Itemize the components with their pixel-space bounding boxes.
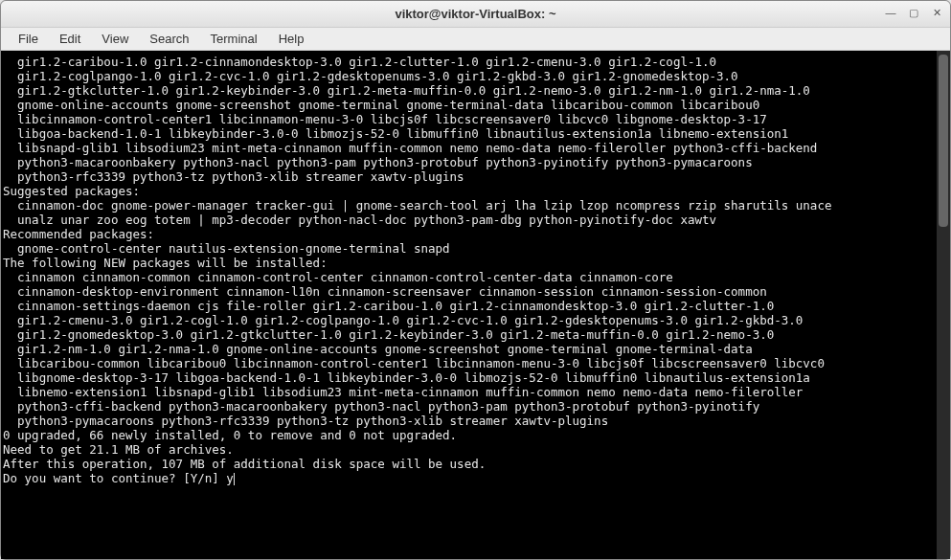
terminal-line: libgnome-desktop-3-17 libgoa-backend-1.0… xyxy=(3,370,810,385)
terminal-line: python3-macaroonbakery python3-nacl pyth… xyxy=(3,155,753,169)
terminal-line: gir1.2-cmenu-3.0 gir1.2-cogl-1.0 gir1.2-… xyxy=(3,313,803,327)
terminal-line: python3-cffi-backend python3-macaroonbak… xyxy=(3,399,759,414)
terminal-line: libgoa-backend-1.0-1 libkeybinder-3.0-0 … xyxy=(3,126,788,141)
menu-file[interactable]: File xyxy=(9,30,48,48)
maximize-button[interactable]: ▢ xyxy=(906,5,921,20)
terminal-line: The following NEW packages will be insta… xyxy=(3,256,328,270)
terminal-line: gir1.2-gnomedesktop-3.0 gir1.2-gtkclutte… xyxy=(3,327,774,342)
menu-help[interactable]: Help xyxy=(269,30,314,48)
scrollbar-thumb[interactable] xyxy=(939,55,948,227)
terminal-line: gir1.2-caribou-1.0 gir1.2-cinnamondeskto… xyxy=(3,55,716,69)
window-title: viktor@viktor-VirtualBox: ~ xyxy=(1,7,950,21)
terminal-line: libnemo-extension1 libsnapd-glib1 libsod… xyxy=(3,385,803,399)
terminal-line: Recommended packages: xyxy=(3,227,154,241)
terminal-output[interactable]: gir1.2-caribou-1.0 gir1.2-cinnamondeskto… xyxy=(1,51,937,559)
terminal-line: python3-pymacaroons python3-rfc3339 pyth… xyxy=(3,414,608,428)
menu-search[interactable]: Search xyxy=(140,30,198,48)
terminal-line: libcinnamon-control-center1 libcinnamon-… xyxy=(3,112,767,126)
menu-terminal[interactable]: Terminal xyxy=(201,30,267,48)
terminal-line: 0 upgraded, 66 newly installed, 0 to rem… xyxy=(3,428,457,442)
menu-view[interactable]: View xyxy=(92,30,138,48)
terminal-line: gnome-online-accounts gnome-screenshot g… xyxy=(3,98,759,112)
menubar: File Edit View Search Terminal Help xyxy=(1,28,950,51)
terminal-line: gnome-control-center nautilus-extension-… xyxy=(3,241,450,256)
terminal-line: python3-rfc3339 python3-tz python3-xlib … xyxy=(3,169,464,184)
terminal-line: Need to get 21.1 MB of archives. xyxy=(3,442,234,457)
terminal-line: cinnamon-settings-daemon cjs file-roller… xyxy=(3,299,774,313)
terminal-area: gir1.2-caribou-1.0 gir1.2-cinnamondeskto… xyxy=(1,51,950,559)
terminal-line: libsnapd-glib1 libsodium23 mint-meta-cin… xyxy=(3,141,817,155)
close-button[interactable]: ✕ xyxy=(929,5,944,20)
terminal-line: Suggested packages: xyxy=(3,184,140,198)
terminal-line: cinnamon cinnamon-common cinnamon-contro… xyxy=(3,270,673,284)
terminal-line: gir1.2-gtkclutter-1.0 gir1.2-keybinder-3… xyxy=(3,83,810,98)
terminal-line: gir1.2-nm-1.0 gir1.2-nma-1.0 gnome-onlin… xyxy=(3,342,753,356)
terminal-line: libcaribou-common libcaribou0 libcinnamo… xyxy=(3,356,825,370)
menu-edit[interactable]: Edit xyxy=(50,30,90,48)
terminal-line: cinnamon-doc gnome-power-manager tracker… xyxy=(3,198,831,213)
scrollbar[interactable] xyxy=(937,51,950,559)
terminal-line: Do you want to continue? [Y/n] y xyxy=(3,471,234,485)
terminal-line: gir1.2-coglpango-1.0 gir1.2-cvc-1.0 gir1… xyxy=(3,69,738,83)
terminal-line: unalz unar zoo eog totem | mp3-decoder p… xyxy=(3,213,716,227)
window-controls: — ▢ ✕ xyxy=(883,5,944,20)
terminal-line: cinnamon-desktop-environment cinnamon-l1… xyxy=(3,284,767,299)
terminal-window: viktor@viktor-VirtualBox: ~ — ▢ ✕ File E… xyxy=(0,0,951,560)
cursor xyxy=(234,473,235,485)
titlebar: viktor@viktor-VirtualBox: ~ — ▢ ✕ xyxy=(1,1,950,28)
minimize-button[interactable]: — xyxy=(883,5,898,20)
terminal-line: After this operation, 107 MB of addition… xyxy=(3,457,486,471)
